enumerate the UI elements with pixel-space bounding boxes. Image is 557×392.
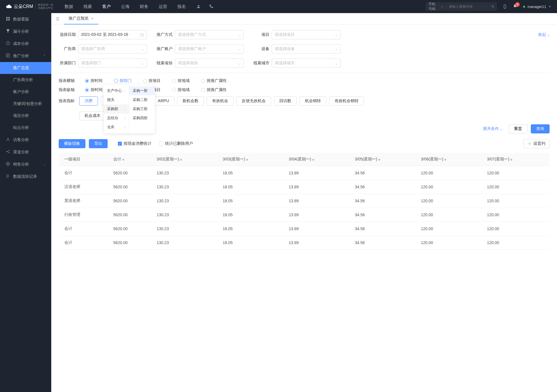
cash-stat-checkbox[interactable]: 按现金消费统计	[118, 141, 151, 146]
table-cell: 120.00	[417, 208, 484, 222]
sidebar-toggle-icon[interactable]: ☰	[56, 16, 60, 21]
radio-option[interactable]: 按部门	[114, 78, 132, 83]
metric-tag[interactable]: 机会成本	[79, 111, 106, 120]
metric-tag[interactable]: 有效机会销转	[329, 96, 364, 106]
toggle-axis-button[interactable]: 横纵切换	[59, 139, 85, 148]
svg-rect-5	[6, 17, 8, 18]
sidebar-subitem[interactable]: 账户分析	[0, 86, 51, 98]
table-cell: 120.00	[417, 166, 484, 180]
sort-icon: ◆	[246, 158, 248, 161]
global-search[interactable]: 手机号码 ▾ |	[426, 2, 497, 11]
sidebar-item[interactable]: 推广分析⌃	[0, 50, 51, 62]
reset-button[interactable]: 重置	[509, 124, 527, 133]
expand-conditions-link[interactable]: 展开条件⌵	[483, 126, 502, 131]
table-header[interactable]: 3/02(星期一)◆	[153, 153, 219, 166]
svg-line-2	[493, 7, 494, 7]
tab-promo-overview[interactable]: 推广总预览 ✕	[64, 13, 98, 24]
advertiser-select[interactable]: 请选择广告商⌵	[78, 44, 147, 53]
sidebar-item-label: 漏斗分析	[13, 29, 29, 34]
city-select[interactable]: 请选择城市⌵	[272, 59, 341, 68]
metric-tag[interactable]: ARPU	[152, 96, 174, 106]
table-header[interactable]: 3/07(星期一)◆	[484, 153, 550, 166]
table-row: 英语老师5620.00130.2318.0513.8934.56120.0012…	[59, 194, 550, 208]
radio-option[interactable]: 按推广属性	[201, 87, 227, 92]
cascade-item[interactable]: 采购三部	[129, 104, 155, 114]
sidebar-item[interactable]: 访客分析	[0, 134, 51, 146]
sidebar-item[interactable]: 漏斗分析	[0, 25, 51, 38]
svg-point-13	[9, 150, 10, 151]
radio-option[interactable]: 按时间	[85, 87, 103, 92]
topnav-item[interactable]: 公海	[121, 4, 130, 9]
sidebar-subitem[interactable]: 站点分析	[0, 122, 51, 134]
user-menu[interactable]: manager11 ▼	[523, 5, 551, 9]
date-label: 选择日期	[59, 32, 76, 37]
promo-icon	[6, 53, 10, 59]
topnav-item[interactable]: 客户	[102, 4, 111, 9]
table-cell: 5620.00	[110, 222, 153, 236]
device-select[interactable]: 请选择设备⌵	[272, 44, 341, 53]
collapse-link[interactable]: 收起⌵	[538, 32, 550, 37]
sidebar-item[interactable]: 成本分析	[0, 38, 51, 50]
radio-option[interactable]: 按时间	[85, 78, 103, 83]
radio-option[interactable]: 按地域	[172, 78, 190, 83]
search-input[interactable]	[449, 5, 492, 9]
account-select[interactable]: 请选择推广账户⌵	[175, 44, 244, 53]
cascade-item[interactable]: 仓库›	[104, 123, 129, 132]
metric-tag[interactable]: 机会销转	[300, 96, 326, 106]
checkbox-icon	[118, 142, 122, 146]
query-button[interactable]: 查询	[531, 124, 550, 133]
sidebar-subitem[interactable]: 推广总览	[0, 62, 51, 74]
cascade-item[interactable]: 总经办›	[104, 114, 129, 123]
topnav-item[interactable]: 财务	[140, 4, 148, 9]
metric-tag[interactable]: 有效机会	[207, 96, 234, 106]
topnav-item[interactable]: 报名	[177, 4, 186, 9]
sidebar-item[interactable]: 数据看版	[0, 13, 51, 25]
promo-method-select[interactable]: 请选择推广方式⌵	[175, 30, 244, 39]
topnav-item[interactable]: 线索	[83, 4, 92, 9]
radio-option[interactable]: 按推广属性	[201, 78, 227, 83]
export-button[interactable]: 导出	[89, 139, 108, 148]
cascade-item[interactable]: 采购部›	[104, 104, 129, 114]
table-header[interactable]: 3/04(星期一)◆	[285, 153, 351, 166]
sidebar-item[interactable]: 渠道分析	[0, 146, 51, 158]
project-select[interactable]: 请选择项目⌵	[272, 30, 341, 39]
sidebar-subitem[interactable]: 关键词/创意分析	[0, 98, 51, 110]
sidebar-subitem[interactable]: 项目分析	[0, 110, 51, 122]
table-header[interactable]: 3/05(星期一)◆	[351, 153, 417, 166]
cascade-item[interactable]: 采购四部	[129, 114, 155, 123]
metric-tag[interactable]: 消费	[79, 96, 98, 106]
table-header[interactable]: 一级项目	[59, 153, 110, 166]
deleted-stat-checkbox[interactable]: 统计已删除用户	[159, 141, 193, 146]
cascade-item[interactable]: 报关	[104, 95, 129, 104]
search-icon[interactable]	[492, 5, 494, 9]
sidebar-item[interactable]: 销售分析⌵	[0, 158, 51, 170]
sidebar-subitem[interactable]: 广告商分析	[0, 74, 51, 86]
radio-option[interactable]: 按项目	[143, 78, 161, 83]
phone-icon[interactable]	[209, 4, 213, 9]
table-cell: 130.23	[153, 180, 219, 194]
sidebar-item[interactable]: 数据流转记录	[0, 170, 51, 183]
radio-option[interactable]: 按地域	[172, 87, 190, 92]
table-header[interactable]: 3/03(星期一)◆	[219, 153, 285, 166]
table-cell: 13.89	[285, 208, 351, 222]
columns-button[interactable]: 设置列	[523, 139, 550, 148]
metric-tag[interactable]: 回访数	[274, 96, 297, 106]
metric-tag[interactable]: 新机会数	[177, 96, 204, 106]
mobile-icon[interactable]	[503, 4, 507, 9]
table-cell: 120.00	[417, 222, 484, 236]
cascade-item[interactable]: 生产中心›	[104, 86, 129, 95]
table-cell: 130.23	[153, 166, 219, 180]
topnav-item[interactable]: 数据	[65, 4, 73, 9]
user-icon[interactable]	[196, 4, 201, 9]
cascade-item[interactable]: 采购二部	[129, 95, 155, 104]
close-icon[interactable]: ✕	[91, 16, 94, 20]
cascade-item[interactable]: 采购一部	[129, 86, 155, 95]
bell-icon[interactable]: 5	[513, 4, 517, 9]
topnav-item[interactable]: 运营	[159, 4, 167, 9]
table-header[interactable]: 合计◆	[110, 153, 153, 166]
table-header[interactable]: 3/06(星期一)◆	[417, 153, 484, 166]
dept-select[interactable]: 请选择部门⌵	[78, 59, 147, 68]
province-select[interactable]: 请选择省份⌵	[175, 59, 244, 68]
date-range-picker[interactable]: 2021-03-02 至 2021-03-16	[78, 30, 147, 39]
metric-tag[interactable]: 反馈无效机会	[236, 96, 271, 106]
